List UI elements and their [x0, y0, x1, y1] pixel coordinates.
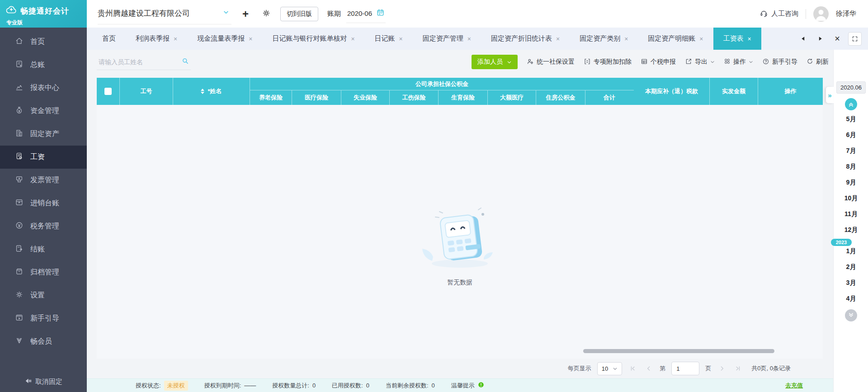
operations-button[interactable]: 操作: [724, 58, 753, 66]
tax-filing-button[interactable]: 个税申报: [641, 58, 676, 66]
column-unemployment[interactable]: 失业保险: [341, 90, 390, 105]
close-icon[interactable]: ×: [624, 36, 628, 42]
close-icon[interactable]: ×: [174, 36, 177, 42]
select-all-checkbox[interactable]: [104, 88, 112, 95]
sidebar-item-settings[interactable]: 设置: [0, 284, 87, 307]
add-company-button[interactable]: +: [239, 7, 252, 21]
support-button[interactable]: 人工咨询: [760, 9, 798, 19]
column-subtotal[interactable]: 合计: [585, 90, 633, 105]
switch-old-version-button[interactable]: 切到旧版: [280, 7, 318, 21]
horizontal-scrollbar[interactable]: [583, 349, 774, 353]
close-icon[interactable]: ×: [351, 36, 354, 42]
collapse-panel-toggle[interactable]: »: [826, 87, 834, 103]
period-picker[interactable]: 2020-06: [346, 5, 386, 23]
tab-cashflow-quarter[interactable]: 现金流量表季报×: [187, 28, 262, 50]
fullscreen-icon[interactable]: [848, 32, 862, 46]
month-item[interactable]: 10月: [836, 190, 866, 206]
sidebar-item-guide[interactable]: 新手引导: [0, 307, 87, 330]
month-item[interactable]: 8月: [836, 159, 866, 175]
column-pension[interactable]: 养老保险: [250, 90, 292, 105]
column-maternity[interactable]: 生育保险: [439, 90, 488, 105]
archive-icon: [15, 267, 24, 278]
sidebar-item-report-center[interactable]: 报表中心: [0, 76, 87, 99]
search-input[interactable]: [99, 58, 175, 66]
column-major-medical[interactable]: 大额医疗: [488, 90, 536, 105]
sidebar-item-archive[interactable]: 归档管理: [0, 261, 87, 284]
refresh-button[interactable]: 刷新: [807, 58, 829, 66]
empty-state: 暂无数据: [417, 203, 503, 287]
sidebar-item-invoices[interactable]: 发票管理: [0, 169, 87, 192]
tab-profit-quarter[interactable]: 利润表季报×: [126, 28, 187, 50]
tab-label: 日记账与银行对账单核对: [272, 34, 347, 43]
sidebar-item-tax[interactable]: 税务管理: [0, 215, 87, 238]
empty-text: 暂无数据: [417, 279, 503, 287]
avatar[interactable]: [813, 6, 829, 22]
scroll-up-button[interactable]: [845, 98, 857, 110]
tab-scroll-right-button[interactable]: [814, 33, 826, 45]
last-page-button[interactable]: [733, 364, 743, 373]
month-item[interactable]: 3月: [836, 275, 866, 291]
sidebar-item-payroll[interactable]: 工资: [0, 146, 87, 169]
scroll-down-button[interactable]: [845, 309, 857, 321]
close-icon[interactable]: ×: [467, 36, 471, 42]
column-net-pay[interactable]: 实发金额: [710, 78, 758, 105]
close-icon[interactable]: ×: [399, 36, 403, 42]
close-icon[interactable]: ×: [699, 36, 703, 42]
brand-edition: 专业版: [6, 19, 81, 27]
add-employee-button[interactable]: 添加人员: [472, 55, 518, 69]
month-item[interactable]: 12月: [836, 222, 866, 238]
column-tax-due[interactable]: 本期应补（退）税款: [634, 78, 710, 105]
close-icon[interactable]: ×: [748, 36, 751, 42]
month-item[interactable]: 4月: [836, 291, 866, 307]
sidebar-item-general-ledger[interactable]: 总账: [0, 53, 87, 76]
tab-scroll-left-button[interactable]: [797, 33, 809, 45]
month-item[interactable]: 11月: [836, 206, 866, 222]
month-item[interactable]: 2月: [836, 259, 866, 275]
page-size-select[interactable]: 10: [597, 362, 622, 375]
newbie-guide-button[interactable]: 新手引导: [762, 58, 797, 66]
tab-home[interactable]: 首页: [92, 28, 126, 50]
column-actions[interactable]: 操作: [758, 78, 823, 105]
next-page-button[interactable]: [717, 364, 727, 373]
search-icon[interactable]: [181, 57, 189, 66]
tab-payroll-table[interactable]: 工资表×: [713, 28, 761, 50]
sidebar-item-purchase-sales[interactable]: 进销台账: [0, 192, 87, 215]
sort-icon[interactable]: [201, 89, 204, 94]
column-employee-id[interactable]: 工号: [120, 78, 173, 105]
sidebar-item-label: 报表中心: [30, 83, 59, 93]
column-medical[interactable]: 医疗保险: [292, 90, 341, 105]
company-select[interactable]: 贵州腾越建设工程有限公司: [98, 4, 231, 24]
info-icon[interactable]: [478, 382, 484, 389]
first-page-button[interactable]: [628, 364, 638, 373]
tab-fixed-assets-mgmt[interactable]: 固定资产管理×: [413, 28, 481, 50]
unpin-sidebar-button[interactable]: 取消固定: [0, 371, 87, 392]
tab-asset-detail-ledger[interactable]: 固定资产明细账×: [638, 28, 713, 50]
tab-journal[interactable]: 日记账×: [365, 28, 413, 50]
close-icon[interactable]: ×: [249, 36, 252, 42]
column-name[interactable]: *姓名: [173, 78, 250, 105]
sidebar-item-closing[interactable]: 结账: [0, 238, 87, 261]
topbar: 贵州腾越建设工程有限公司 + 切到旧版 账期 2020-06 人工咨询: [87, 0, 868, 28]
social-insurance-settings-button[interactable]: 统一社保设置: [527, 58, 575, 66]
prev-page-button[interactable]: [644, 364, 654, 373]
month-item[interactable]: 6月: [836, 127, 866, 143]
sidebar-item-funds[interactable]: 资金管理: [0, 99, 87, 123]
month-item[interactable]: 5月: [836, 111, 866, 127]
export-button[interactable]: 导出: [685, 58, 715, 66]
month-item[interactable]: 9月: [836, 175, 866, 190]
recharge-link[interactable]: 去充值: [785, 382, 803, 390]
sidebar-item-home[interactable]: 首页: [0, 30, 87, 53]
account-settings-button[interactable]: [259, 7, 273, 21]
tab-journal-bank-check[interactable]: 日记账与银行对账单核对×: [262, 28, 364, 50]
column-housing-fund[interactable]: 住房公积金: [536, 90, 585, 105]
close-all-tabs-button[interactable]: ×: [831, 33, 844, 45]
tab-asset-categories[interactable]: 固定资产类别×: [570, 28, 638, 50]
sidebar-item-membership[interactable]: 畅会员: [0, 330, 87, 353]
page-number-input[interactable]: [671, 362, 699, 375]
sidebar-item-fixed-assets[interactable]: 固定资产: [0, 123, 87, 146]
month-item[interactable]: 7月: [836, 143, 866, 159]
column-work-injury[interactable]: 工伤保险: [390, 90, 439, 105]
special-deduction-button[interactable]: 专项附加扣除: [584, 58, 632, 66]
tab-depreciation-stats[interactable]: 固定资产折旧统计表×: [481, 28, 570, 50]
close-icon[interactable]: ×: [556, 36, 560, 42]
